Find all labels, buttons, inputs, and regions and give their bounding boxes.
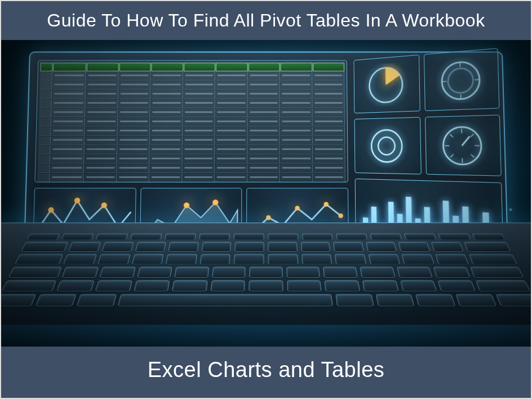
- footer-title: Excel Charts and Tables: [148, 358, 385, 382]
- svg-point-9: [339, 214, 344, 218]
- pie-chart-icon: [353, 55, 420, 114]
- svg-point-8: [324, 202, 329, 206]
- svg-point-7: [295, 206, 300, 210]
- hero-illustration: [1, 40, 531, 347]
- laptop-keyboard: [1, 223, 531, 325]
- laptop-screen: [24, 51, 508, 251]
- svg-point-17: [371, 130, 402, 162]
- svg-line-24: [470, 134, 473, 137]
- header-banner: Guide To How To Find All Pivot Tables In…: [1, 1, 531, 40]
- main-panel: [33, 60, 348, 242]
- svg-line-28: [462, 136, 470, 146]
- clock-gauge-icon: [425, 115, 502, 176]
- radial-gauge-icon: [423, 48, 499, 111]
- svg-line-14: [475, 79, 480, 80]
- svg-point-4: [184, 202, 189, 208]
- svg-point-5: [212, 200, 218, 205]
- header-title: Guide To How To Find All Pivot Tables In…: [47, 10, 485, 30]
- footer-banner: Excel Charts and Tables: [1, 347, 531, 398]
- svg-point-18: [378, 137, 395, 154]
- svg-line-27: [450, 134, 453, 138]
- svg-point-12: [447, 67, 473, 93]
- promo-card: Guide To How To Find All Pivot Tables In…: [0, 0, 532, 399]
- svg-point-6: [266, 215, 271, 220]
- spreadsheet-grid: [34, 60, 348, 183]
- svg-line-26: [450, 154, 454, 158]
- donut-chart-icon: [354, 117, 422, 175]
- svg-line-25: [471, 154, 474, 158]
